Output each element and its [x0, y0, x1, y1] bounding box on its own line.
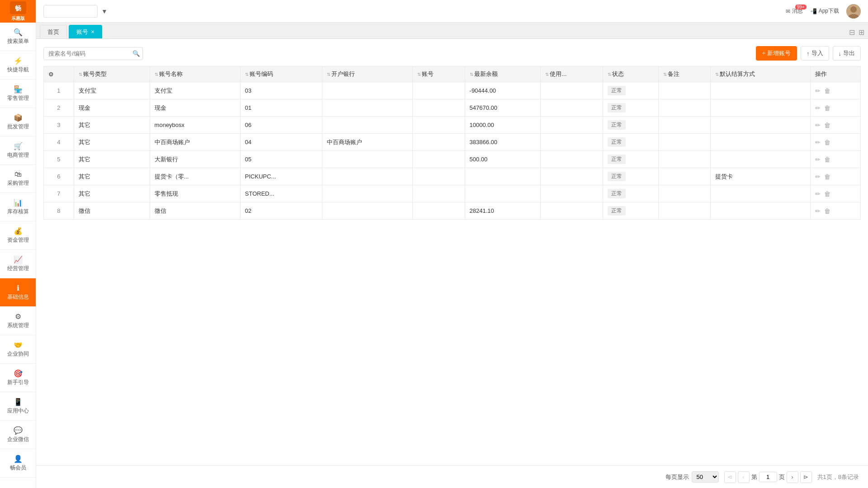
sidebar-item-quick-nav[interactable]: ⚡ 快捷导航: [0, 51, 36, 80]
col-code[interactable]: ⇅账号编码: [240, 66, 322, 82]
cell-default-payment: [711, 82, 810, 99]
col-type[interactable]: ⇅账号类型: [74, 66, 150, 82]
sidebar-item-enterprise-wechat[interactable]: 💬 企业微信: [0, 421, 36, 449]
col-status[interactable]: ⇅状态: [603, 66, 658, 82]
tab-home[interactable]: 首页: [40, 25, 67, 38]
edit-icon[interactable]: ✏: [815, 207, 821, 215]
sidebar-item-finance[interactable]: 💰 资金管理: [0, 221, 36, 250]
app-download-icon: 📲: [810, 8, 817, 14]
page-number-input[interactable]: [759, 472, 777, 482]
sidebar-item-ecommerce[interactable]: 🛒 电商管理: [0, 136, 36, 165]
delete-icon[interactable]: 🗑: [824, 104, 830, 112]
cell-bank: [322, 151, 413, 168]
table-row: 6 其它 提货卡（零... PICKUPC... 正常 提货卡 ✏ 🗑: [44, 168, 861, 185]
delete-icon[interactable]: 🗑: [824, 122, 830, 129]
content-toolbar: 🔍 + 新增账号 ↑ 导入 ↓ 导出: [43, 46, 861, 61]
edit-icon[interactable]: ✏: [815, 87, 821, 94]
col-name[interactable]: ⇅账号名称: [150, 66, 240, 82]
toolbar-right: + 新增账号 ↑ 导入 ↓ 导出: [756, 46, 861, 61]
col-balance[interactable]: ⇅最新余额: [465, 66, 541, 82]
prev-page-button[interactable]: ‹: [738, 471, 750, 483]
page-content: 🔍 + 新增账号 ↑ 导入 ↓ 导出 ⚙ ⇅账号类型 ⇅账号名称: [36, 39, 868, 465]
next-page-button[interactable]: ›: [787, 471, 798, 483]
col-default-payment[interactable]: ⇅默认结算方式: [711, 66, 810, 82]
edit-icon[interactable]: ✏: [815, 139, 821, 146]
top-search-input[interactable]: [43, 5, 98, 18]
col-settings[interactable]: ⚙: [44, 66, 74, 82]
user-avatar[interactable]: [846, 4, 861, 19]
sidebar-item-inventory[interactable]: 📊 库存核算: [0, 193, 36, 221]
edit-icon[interactable]: ✏: [815, 190, 821, 197]
cell-default-payment: [711, 202, 810, 220]
tab-account[interactable]: 账号 ✕: [69, 25, 102, 38]
col-remark[interactable]: ⇅备注: [658, 66, 710, 82]
sidebar-item-label: 资金管理: [0, 236, 36, 244]
col-action-label: 操作: [815, 70, 827, 77]
sidebar-item-label: 企业微信: [0, 436, 36, 443]
edit-icon[interactable]: ✏: [815, 104, 821, 112]
sidebar-item-wholesale[interactable]: 📦 批发管理: [0, 108, 36, 136]
delete-icon[interactable]: 🗑: [824, 173, 830, 180]
delete-icon[interactable]: 🗑: [824, 207, 830, 215]
add-account-button[interactable]: + 新增账号: [756, 46, 797, 61]
sidebar-item-search[interactable]: 🔍 搜索菜单: [0, 23, 36, 51]
message-button[interactable]: ✉ 消息 99+: [786, 7, 803, 15]
tab-minimize-icon[interactable]: ⊟: [849, 28, 855, 37]
cell-default-payment: [711, 151, 810, 168]
cell-usage: [541, 185, 603, 202]
action-icons: ✏ 🗑: [815, 139, 856, 146]
svg-text:畅: 畅: [15, 5, 21, 12]
delete-icon[interactable]: 🗑: [824, 156, 830, 163]
sidebar-item-cooperation[interactable]: 🤝 企业协同: [0, 335, 36, 364]
status-badge: 正常: [608, 206, 626, 216]
cell-no: 2: [44, 99, 74, 117]
delete-icon[interactable]: 🗑: [824, 190, 830, 197]
cell-bank: [322, 99, 413, 117]
action-icons: ✏ 🗑: [815, 173, 856, 180]
sidebar-item-label: 畅会员: [0, 464, 36, 472]
col-type-label: 账号类型: [83, 70, 107, 77]
cell-balance: 383866.00: [465, 134, 541, 151]
col-status-label: 状态: [612, 70, 624, 77]
sidebar-item-basic-info[interactable]: ℹ 基础信息: [0, 278, 36, 307]
export-button[interactable]: ↓ 导出: [833, 46, 861, 61]
delete-icon[interactable]: 🗑: [824, 139, 830, 146]
search-button[interactable]: 🔍: [129, 47, 143, 60]
cell-default-payment: [711, 185, 810, 202]
search-input[interactable]: [44, 47, 129, 60]
delete-icon[interactable]: 🗑: [824, 87, 830, 94]
dropdown-button[interactable]: ▼: [101, 8, 108, 15]
tab-bar: 首页 账号 ✕ ⊟ ⊞: [36, 23, 868, 39]
col-action: 操作: [810, 66, 860, 82]
cell-status: 正常: [603, 185, 658, 202]
status-badge: 正常: [608, 86, 626, 95]
app-download-button[interactable]: 📲 App下载: [810, 7, 839, 15]
edit-icon[interactable]: ✏: [815, 156, 821, 163]
sidebar-item-system[interactable]: ⚙ 系统管理: [0, 307, 36, 335]
sidebar-item-member[interactable]: 👤 畅会员: [0, 449, 36, 478]
col-account[interactable]: ⇅账号: [413, 66, 465, 82]
col-balance-label: 最新余额: [474, 70, 498, 77]
tab-expand-icon[interactable]: ⊞: [859, 28, 864, 37]
inventory-icon: 📊: [0, 198, 36, 207]
last-page-button[interactable]: ⊳: [800, 471, 812, 483]
sidebar-item-retail[interactable]: 🏪 零售管理: [0, 80, 36, 108]
col-usage[interactable]: ⇅使用...: [541, 66, 603, 82]
sidebar-item-operations[interactable]: 📈 经营管理: [0, 250, 36, 278]
per-page-select[interactable]: 50 100 200: [692, 471, 719, 483]
sidebar-item-app-center[interactable]: 📱 应用中心: [0, 392, 36, 421]
cell-remark: [658, 185, 710, 202]
tab-close-icon[interactable]: ✕: [91, 29, 94, 34]
import-button[interactable]: ↑ 导入: [801, 46, 829, 61]
edit-icon[interactable]: ✏: [815, 173, 821, 180]
cell-balance: 500.00: [465, 151, 541, 168]
sidebar-item-label: 系统管理: [0, 322, 36, 329]
status-badge: 正常: [608, 172, 626, 181]
col-bank[interactable]: ⇅开户银行: [322, 66, 413, 82]
first-page-button[interactable]: ⊲: [724, 471, 736, 483]
sidebar-item-guide[interactable]: 🎯 新手引导: [0, 364, 36, 392]
cell-balance: -90444.00: [465, 82, 541, 99]
edit-icon[interactable]: ✏: [815, 122, 821, 129]
sidebar-item-purchase[interactable]: 🛍 采购管理: [0, 165, 36, 193]
cell-actions: ✏ 🗑: [810, 202, 860, 220]
